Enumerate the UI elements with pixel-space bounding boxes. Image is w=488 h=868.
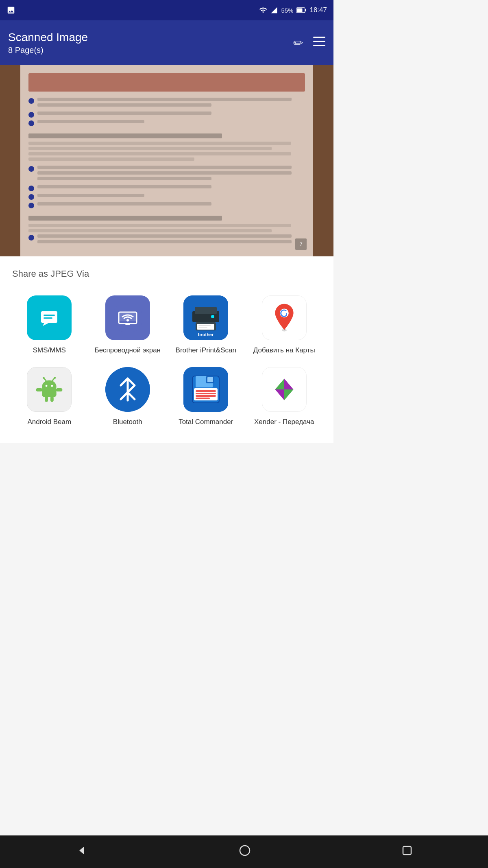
brother-icon: brother: [183, 295, 228, 340]
svg-point-33: [46, 385, 48, 387]
apps-row-2: Android Beam Bluetooth: [8, 363, 325, 431]
bullet-5: [28, 186, 34, 191]
bullet-1: [28, 98, 34, 104]
svg-point-38: [54, 377, 56, 379]
svg-rect-19: [195, 307, 217, 314]
svg-rect-42: [56, 388, 63, 391]
svg-point-37: [43, 377, 45, 379]
edit-icon[interactable]: ✏: [293, 36, 303, 50]
preview-side-left: [0, 65, 20, 256]
doc-bullet-row-1: [28, 98, 305, 109]
app-sms[interactable]: SMS/MMS: [12, 291, 87, 359]
toolbar: Scanned Image 8 Page(s) ✏: [0, 20, 333, 65]
share-title: Share as JPEG Via: [8, 269, 325, 279]
status-bar-left: [7, 6, 15, 15]
beam-icon: [27, 367, 72, 412]
svg-point-34: [51, 385, 53, 387]
sms-label: SMS/MMS: [33, 346, 66, 355]
share-sheet: Share as JPEG Via SMS/MMS: [0, 256, 333, 443]
app-totalcmd[interactable]: Total Commander: [169, 363, 243, 431]
doc-bullet-row-5: [28, 185, 305, 191]
bullet-4: [28, 166, 34, 172]
doc-bullet-row-7: [28, 202, 305, 208]
svg-rect-54: [207, 377, 213, 382]
doc-bullet-row-2: [28, 112, 305, 118]
bullet-7: [28, 203, 34, 208]
svg-rect-2: [305, 9, 306, 11]
svg-rect-52: [196, 398, 210, 399]
wifi-icon: [259, 6, 267, 14]
svg-rect-49: [196, 390, 216, 392]
time: 18:47: [309, 6, 327, 14]
status-bar-right: 55% 18:47: [259, 6, 327, 14]
svg-rect-16: [126, 323, 129, 325]
maps-label: Добавить на Карты: [253, 346, 315, 355]
battery-icon: [296, 7, 306, 13]
signal-icon: [270, 6, 278, 14]
wireless-icon: [105, 295, 150, 340]
svg-rect-7: [41, 311, 57, 323]
totalcmd-icon: [183, 367, 228, 412]
toolbar-actions: ✏: [293, 36, 325, 50]
preview-area: 7: [0, 65, 333, 256]
beam-label: Android Beam: [27, 418, 71, 426]
svg-rect-51: [196, 395, 216, 397]
app-beam[interactable]: Android Beam: [12, 363, 87, 431]
app-xender[interactable]: Xender - Передача: [247, 363, 322, 431]
preview-side-right: [313, 65, 333, 256]
app-maps[interactable]: Добавить на Карты: [247, 291, 322, 359]
xender-label: Xender - Передача: [254, 418, 314, 426]
doc-bullet-row-8: [28, 234, 305, 246]
svg-point-14: [126, 319, 129, 321]
svg-rect-8: [44, 315, 55, 316]
svg-rect-4: [313, 41, 325, 42]
toolbar-title: Scanned Image 8 Page(s): [8, 31, 88, 55]
svg-point-24: [211, 315, 214, 318]
page-number: 7: [295, 238, 307, 250]
svg-point-29: [282, 329, 287, 331]
battery-percent: 55%: [281, 7, 293, 14]
menu-icon[interactable]: [313, 36, 325, 49]
bullet-6: [28, 194, 34, 200]
svg-rect-22: [198, 325, 211, 326]
svg-text:brother: brother: [198, 332, 214, 337]
doc-bullet-row-3: [28, 120, 305, 126]
photo-icon: [7, 6, 15, 15]
svg-rect-39: [45, 396, 48, 402]
app-bluetooth[interactable]: Bluetooth: [91, 363, 165, 431]
sms-icon: [27, 295, 72, 340]
bluetooth-icon: [105, 367, 150, 412]
totalcmd-label: Total Commander: [179, 418, 233, 426]
wireless-label: Беспроводной экран: [94, 346, 161, 355]
svg-rect-1: [297, 9, 303, 12]
svg-rect-41: [36, 388, 43, 391]
status-bar: 55% 18:47: [0, 0, 333, 20]
bullet-3: [28, 120, 34, 126]
brother-label: Brother iPrint&Scan: [176, 346, 236, 355]
svg-rect-32: [42, 387, 57, 397]
xender-icon: [262, 367, 307, 412]
svg-rect-5: [313, 45, 325, 46]
app-wireless[interactable]: Беспроводной экран: [91, 291, 165, 359]
app-brother[interactable]: brother Brother iPrint&Scan: [169, 291, 243, 359]
svg-rect-50: [196, 393, 216, 394]
doc-heading-1: [28, 133, 222, 138]
doc-bullet-row-6: [28, 194, 305, 200]
maps-icon: [262, 295, 307, 340]
page-subtitle: 8 Page(s): [8, 46, 88, 55]
svg-rect-3: [313, 37, 325, 38]
bluetooth-label: Bluetooth: [113, 418, 142, 426]
apps-row-1: SMS/MMS Беспроводной экран: [8, 291, 325, 359]
svg-rect-23: [198, 327, 207, 328]
doc-heading-2: [28, 216, 222, 221]
page-title: Scanned Image: [8, 31, 88, 44]
doc-bullet-row-4: [28, 166, 305, 183]
svg-rect-9: [44, 317, 52, 319]
doc-header-bar: [28, 73, 305, 92]
svg-rect-40: [50, 396, 54, 402]
bullet-8: [28, 235, 34, 241]
bullet-2: [28, 112, 34, 118]
preview-document[interactable]: 7: [20, 65, 313, 256]
